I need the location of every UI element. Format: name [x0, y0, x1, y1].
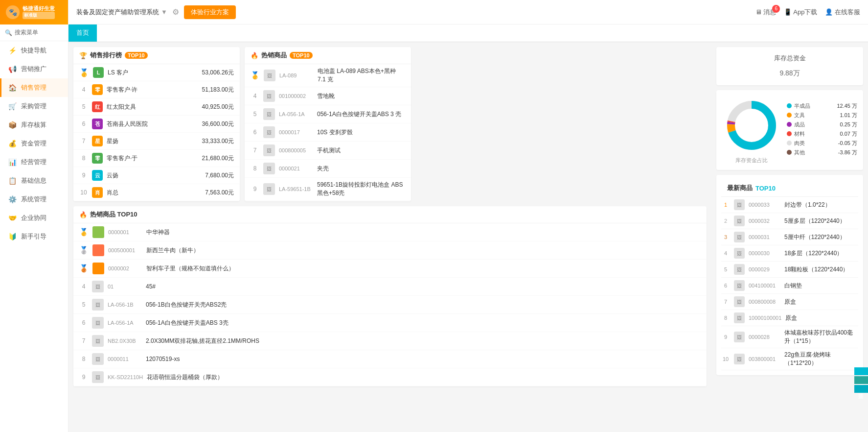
product-code: 0000017 [279, 129, 313, 135]
sidebar-item-finance[interactable]: 💰 资金管理 [0, 134, 68, 153]
sidebar-item-sales[interactable]: 🏠 销售管理 [0, 78, 68, 97]
sidebar-item-marketing[interactable]: 📢 营销推广 [0, 60, 68, 78]
product-rank-num: 9 [79, 374, 88, 381]
rank-name: 苍南县人民医院 [107, 120, 198, 128]
hot-bottom-item[interactable]: 5🖼LA-056-1B056-1B白色按键开关壳ABS2壳 [73, 296, 707, 314]
rank-item[interactable]: 6苍苍南县人民医院36,600.00元 [73, 116, 240, 133]
hot-product-item[interactable]: 🥇🖼LA-089电池盖 LA-089 ABS本色+黑种 7.1 克 [245, 64, 411, 87]
new-product-item[interactable]: 4🖼000003018多层（1220*2440） [721, 245, 858, 262]
product-code: LA-056-1A [108, 320, 142, 326]
float-btn-service[interactable]: 客服热线 [854, 367, 868, 375]
sidebar-item-system[interactable]: ⚙️ 系统管理 [0, 190, 68, 209]
new-product-item[interactable]: 6🖼004100001白钢垫 [721, 278, 858, 294]
hot-bottom-item[interactable]: 9🖼KK-SD22110H花语萌恒温分题桶袋（厚款） [73, 368, 707, 386]
rank-amount: 33,333.00元 [202, 137, 234, 145]
rank-name: 肖总 [107, 189, 201, 197]
legend-label: 材料 [794, 130, 838, 138]
new-product-item[interactable]: 5🖼000002918颗粒板（1220*2440） [721, 262, 858, 278]
sidebar-item-collab[interactable]: 🤝 企业协同 [0, 209, 68, 227]
sidebar-item-quick-nav[interactable]: ⚡ 快捷导航 [0, 41, 68, 60]
legend-value: 0.25 万 [840, 121, 857, 128]
app-download-button[interactable]: 📱 App下载 [784, 8, 817, 17]
rank-number: 8 [79, 155, 88, 162]
rank-item[interactable]: 4零零售客户·许51,183.00元 [73, 81, 240, 98]
topbar: 装备及固定资产辅助管理系统 ▼ ⚙ 体验行业方案 🖥 消息 6 📱 App下载 … [69, 0, 868, 24]
new-product-name: 18颗粒板（1220*2440） [784, 265, 858, 274]
product-rank-num: 7 [79, 337, 88, 344]
hot-bottom-item[interactable]: 🥉0000002智利车子里（规格不知道填什么） [73, 260, 707, 278]
hot-product-item[interactable]: 4🖼001000002雪地靴 [245, 87, 411, 105]
rank-item[interactable]: 🥇LLS 客户53,006.26元 [73, 64, 240, 81]
rank-item[interactable]: 9云云扬7,680.00元 [73, 167, 240, 184]
hot-bottom-item[interactable]: 🥈000500001新西兰牛肉（新牛） [73, 241, 707, 260]
rank-number: 5 [79, 103, 88, 110]
notification-button[interactable]: 🖥 消息 6 [755, 8, 777, 17]
finance-icon: 💰 [7, 140, 17, 147]
product-code: LA-056-1A [279, 111, 313, 117]
inventory-title: 库存总资金 [723, 54, 856, 63]
sidebar-search-area[interactable]: 🔍 搜索菜单 [0, 24, 68, 41]
legend-label: 文具 [794, 112, 838, 119]
float-btn-community[interactable]: 服务社区 [854, 376, 868, 384]
new-product-item[interactable]: 1🖼0000033封边带（1.0*22） [721, 197, 858, 213]
tab-home[interactable]: 首页 [69, 24, 97, 42]
main-area: 装备及固定资产辅助管理系统 ▼ ⚙ 体验行业方案 🖥 消息 6 📱 App下载 … [69, 0, 868, 432]
notification-icon: 🖥 [755, 8, 762, 16]
chart-subtitle: 库存资金占比 [735, 157, 768, 164]
sidebar-item-operations[interactable]: 📊 经营管理 [0, 153, 68, 171]
sidebar-item-inventory[interactable]: 📦 库存核算 [0, 116, 68, 134]
sales-ranking-panel: 🏆 销售排行榜 TOP10 🥇LLS 客户53,006.26元4零零售客户·许5… [73, 47, 240, 201]
new-product-rank: 2 [721, 218, 730, 224]
rank-item[interactable]: 5红红太阳文具40,925.00元 [73, 98, 240, 116]
hot-product-item[interactable]: 8🖼0000021夹壳 [245, 160, 411, 178]
hot-products-bottom-list: 🥇0000001中华神器🥈000500001新西兰牛肉（新牛）🥉0000002智… [73, 223, 707, 386]
sidebar-item-guide[interactable]: 🔰 新手引导 [0, 227, 68, 246]
new-product-item[interactable]: 9🖼0000028体城嘉枚味苏打饮品400毫升（1*15） [721, 326, 858, 348]
hot-product-item[interactable]: 6🖼000001710S 变刹罗骰 [245, 123, 411, 142]
hot-product-item[interactable]: 5🖼LA-056-1A056-1A白色按键开关盖ABS 3 壳 [245, 105, 411, 123]
hot-bottom-item[interactable]: 🥇0000001中华神器 [73, 223, 707, 241]
sidebar-item-purchase[interactable]: 🛒 采购管理 [0, 97, 68, 116]
new-product-code: 10000100001 [749, 315, 781, 321]
product-name: 花语萌恒温分题桶袋（厚款） [147, 373, 701, 382]
float-btn-live[interactable]: 直播 [854, 385, 868, 393]
sidebar-item-label: 资金管理 [21, 139, 46, 148]
search-menu-button[interactable]: 🔍 搜索菜单 [5, 28, 63, 37]
product-thumbnail: 🖼 [92, 299, 104, 311]
new-product-item[interactable]: 3🖼00000315厘中纤（1220*2440） [721, 229, 858, 245]
sidebar-item-basic[interactable]: 📋 基础信息 [0, 171, 68, 190]
online-service-button[interactable]: 👤 在线客服 [825, 8, 860, 17]
rank-item[interactable]: 8零零售客户·于21,680.00元 [73, 150, 240, 167]
trial-button[interactable]: 体验行业方案 [184, 5, 236, 19]
new-product-code: 0000030 [749, 250, 780, 256]
float-buttons: 客服热线 服务社区 直播 [854, 367, 868, 393]
legend-color-dot [787, 150, 792, 155]
new-product-item[interactable]: 8🖼10000100001原盒 [721, 310, 858, 326]
rank-item[interactable]: 10肖肖总7,563.00元 [73, 184, 240, 201]
hot-bottom-item[interactable]: 6🖼LA-056-1A056-1A白色按键开关盖ABS 3壳 [73, 314, 707, 332]
product-thumbnail: 🖼 [92, 371, 104, 383]
new-product-code: 0000033 [749, 202, 780, 208]
product-code: 000800005 [279, 147, 313, 153]
hot-product-item[interactable]: 9🖼LA-59651-1B59651-1B旋转投影灯电池盒 ABS黑色+58壳 [245, 178, 411, 201]
hot-bottom-item[interactable]: 7🖼NB2.0X30B2.0X30MM双排花轴,搓花直径2.1MM/ROHS [73, 332, 707, 350]
new-product-item[interactable]: 7🖼000800008原盒 [721, 294, 858, 310]
service-icon: 👤 [825, 8, 833, 16]
settings-icon[interactable]: ⚙ [172, 7, 179, 17]
hot-bottom-item[interactable]: 8🖼000001112070519-xs [73, 350, 707, 368]
sidebar-item-label: 快捷导航 [21, 46, 46, 55]
hot-product-item[interactable]: 7🖼000800005手机测试 [245, 142, 411, 160]
new-product-rank: 1 [721, 202, 730, 208]
hot-bottom-item[interactable]: 4🖼0145# [73, 278, 707, 296]
legend-label: 肉类 [794, 140, 836, 147]
rank-item[interactable]: 7星星扬33,333.00元 [73, 133, 240, 150]
trophy-icon: 🏆 [79, 52, 87, 59]
guide-icon: 🔰 [7, 233, 17, 240]
product-code: LA-089 [279, 72, 314, 78]
new-product-item[interactable]: 10🖼00380000122g鱼豆腐·烧烤味（1*12*20） [721, 348, 858, 370]
hot-top-badge: TOP10 [290, 52, 313, 59]
new-product-item[interactable]: 2🖼00000325厘多层（1220*2440） [721, 213, 858, 229]
product-name: 056-1A白色按键开关盖ABS 3壳 [146, 319, 701, 327]
product-thumbnail [92, 244, 104, 256]
product-name: 中华神器 [146, 228, 701, 237]
